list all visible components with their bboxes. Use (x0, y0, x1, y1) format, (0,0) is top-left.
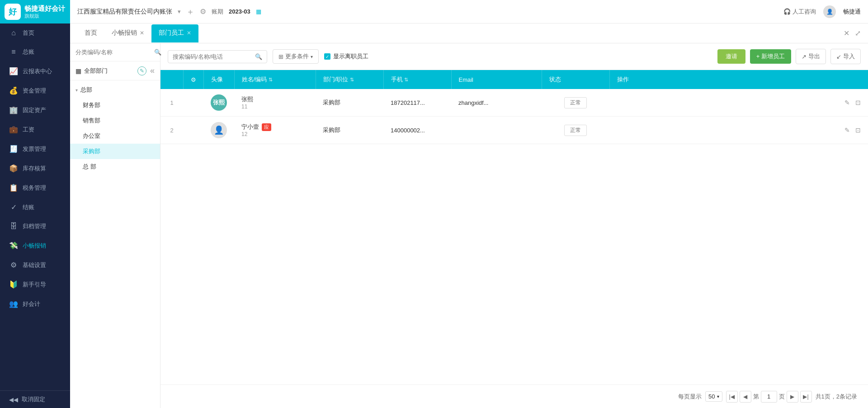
per-page-label: 每页显示 (678, 393, 702, 401)
expand-icon[interactable]: ⤢ (855, 29, 861, 38)
row-avatar: 张熙 (203, 89, 234, 117)
pin-icon: ◀◀ (9, 396, 18, 403)
company-name: 江西服宝精品有限责任公司内账张 (77, 8, 172, 16)
dept-node-purchase[interactable]: 采购部 (70, 144, 160, 159)
emp-search-input[interactable] (173, 53, 252, 60)
tab-dept-close-icon[interactable]: ✕ (187, 30, 191, 36)
table-row: 1 张熙 张熙 11 采购部 187202117... zhangxidf...… (160, 89, 868, 117)
tab-expense-close-icon[interactable]: ✕ (140, 30, 144, 36)
filter-label: 更多条件 (285, 52, 309, 61)
sidebar-item-salary[interactable]: 💼 工资 (0, 120, 70, 139)
sidebar-item-checkout[interactable]: ✓ 结账 (0, 197, 70, 217)
list-toolbar: 🔍 ⊞ 更多条件 ▾ ✓ 显示离职员工 邀请 + 新增员工 ↗ 导出 (160, 43, 868, 70)
row-dept: 采购部 (316, 117, 383, 144)
table-row: 2 👤 宁小壹 应 12 采购部 140000002... 正常 ✎ ⊡ (160, 117, 868, 144)
sidebar-item-expense[interactable]: 💸 小畅报销 (0, 236, 70, 255)
status-badge-label: 正常 (564, 125, 587, 136)
filter-button[interactable]: ⊞ 更多条件 ▾ (273, 49, 319, 64)
add-company-button[interactable]: ＋ (186, 6, 194, 17)
row-avatar: 👤 (203, 117, 234, 144)
edit-icon[interactable]: ✎ (844, 127, 850, 134)
sidebar-item-home[interactable]: ⌂ 首页 (0, 23, 70, 42)
last-page-button[interactable]: ▶| (800, 391, 812, 403)
sidebar-item-tax[interactable]: 📋 税务管理 (0, 178, 70, 197)
dept-edit-icon[interactable]: ✎ (137, 66, 146, 75)
import-label: 导入 (843, 52, 855, 61)
per-page-select[interactable]: 50 ▾ (705, 391, 722, 402)
first-page-button[interactable]: |◀ (726, 391, 738, 403)
import-button[interactable]: ↙ 导入 (830, 49, 861, 64)
row-gear (183, 117, 203, 144)
assets-icon: 🏢 (9, 106, 18, 114)
app-sub: 旗舰版 (24, 13, 65, 19)
settings-icon: ⚙ (9, 261, 18, 269)
tab-home[interactable]: 首页 (77, 24, 104, 42)
sidebar-item-settings[interactable]: ⚙ 基础设置 (0, 255, 70, 275)
col-avatar-header: 头像 (203, 70, 234, 89)
sidebar-item-inventory[interactable]: 📦 库存核算 (0, 159, 70, 178)
col-dept-header[interactable]: 部门/职位 ⇅ (316, 70, 383, 89)
row-action: ✎ ⊡ (609, 117, 868, 144)
sidebar-item-ledger[interactable]: ≡ 总账 (0, 42, 70, 61)
dept-node-sales[interactable]: 销售部 (70, 113, 160, 128)
export-button[interactable]: ↗ 导出 (796, 49, 826, 64)
invite-button[interactable]: 邀请 (717, 49, 745, 64)
dept-panel: 🔍 ▦ 全部部门 ✎ « ▾ 总部 财务部 (70, 43, 160, 408)
row-email: zhangxidf... (451, 89, 542, 117)
close-window-icon[interactable]: ✕ (844, 29, 849, 38)
tab-expense[interactable]: 小畅报销 ✕ (104, 24, 151, 42)
tab-dept-employee[interactable]: 部门员工 ✕ (151, 24, 198, 42)
dept-search-input[interactable] (75, 49, 151, 56)
dept-collapse-icon[interactable]: « (150, 66, 155, 75)
add-employee-button[interactable]: + 新增员工 (750, 49, 791, 64)
page-input[interactable] (761, 391, 777, 403)
col-status-header: 状态 (542, 70, 609, 89)
row-phone: 140000002... (383, 117, 451, 144)
col-phone-header[interactable]: 手机 ⇅ (383, 70, 451, 89)
show-left-label[interactable]: ✓ 显示离职员工 (324, 52, 368, 61)
unpin-button[interactable]: ◀◀ 取消固定 (0, 390, 70, 408)
sidebar-item-guide[interactable]: 🔰 新手引导 (0, 275, 70, 294)
import-icon: ↙ (836, 53, 841, 60)
calendar-icon[interactable]: ▦ (256, 8, 261, 15)
filter-chevron-icon: ▾ (311, 54, 313, 59)
more-icon[interactable]: ⊡ (855, 127, 861, 134)
show-left-text: 显示离职员工 (333, 52, 368, 61)
col-settings-header[interactable]: ⚙ (183, 70, 203, 89)
col-action-header: 操作 (609, 70, 868, 89)
logo-area: 好 畅捷通好会计 旗舰版 (0, 0, 70, 23)
page-nav: |◀ ◀ 第 页 ▶ ▶| (726, 391, 812, 403)
more-icon[interactable]: ⊡ (855, 99, 861, 106)
dept-purchase-label: 采购部 (83, 147, 100, 155)
dept-all-label-area[interactable]: ▦ 全部部门 (75, 67, 108, 75)
dept-node-root[interactable]: ▾ 总部 (70, 82, 160, 98)
sidebar-label: 固定资产 (23, 106, 46, 114)
headset-icon: 🎧 (783, 8, 791, 15)
emp-search-icon[interactable]: 🔍 (255, 53, 262, 60)
sidebar-item-archive[interactable]: 🗄 归档管理 (0, 217, 70, 236)
sidebar: 好 畅捷通好会计 旗舰版 ⌂ 首页 ≡ 总账 📈 云报表中心 💰 资金管理 🏢 … (0, 0, 70, 408)
sidebar-item-fund[interactable]: 💰 资金管理 (0, 81, 70, 100)
dept-search-box: 🔍 (70, 43, 160, 61)
ledger-icon: ≡ (9, 48, 18, 56)
company-dropdown-icon[interactable]: ▾ (178, 8, 181, 15)
sidebar-item-reports[interactable]: 📈 云报表中心 (0, 61, 70, 81)
filter-icon: ⊞ (278, 53, 283, 60)
page-prefix: 第 (753, 393, 759, 401)
col-name-header[interactable]: 姓名/编码 ⇅ (234, 70, 316, 89)
dept-node-hq[interactable]: 总 部 (70, 159, 160, 174)
sidebar-item-assets[interactable]: 🏢 固定资产 (0, 100, 70, 120)
sidebar-item-invoice[interactable]: 🧾 发票管理 (0, 139, 70, 159)
edit-icon[interactable]: ✎ (844, 99, 850, 106)
user-name[interactable]: 畅捷通 (843, 8, 861, 16)
dept-sort-icon: ⇅ (350, 77, 354, 82)
prev-page-button[interactable]: ◀ (740, 391, 751, 403)
next-page-button[interactable]: ▶ (787, 391, 798, 403)
sidebar-item-partner[interactable]: 👥 好会计 (0, 294, 70, 314)
dept-node-finance[interactable]: 财务部 (70, 98, 160, 113)
dept-node-office[interactable]: 办公室 (70, 128, 160, 144)
settings-button[interactable]: ⚙ (200, 7, 206, 16)
header-right: 🎧 人工咨询 👤 畅捷通 (783, 5, 861, 18)
avatar: 👤 (823, 5, 836, 18)
service-button[interactable]: 🎧 人工咨询 (783, 8, 816, 16)
